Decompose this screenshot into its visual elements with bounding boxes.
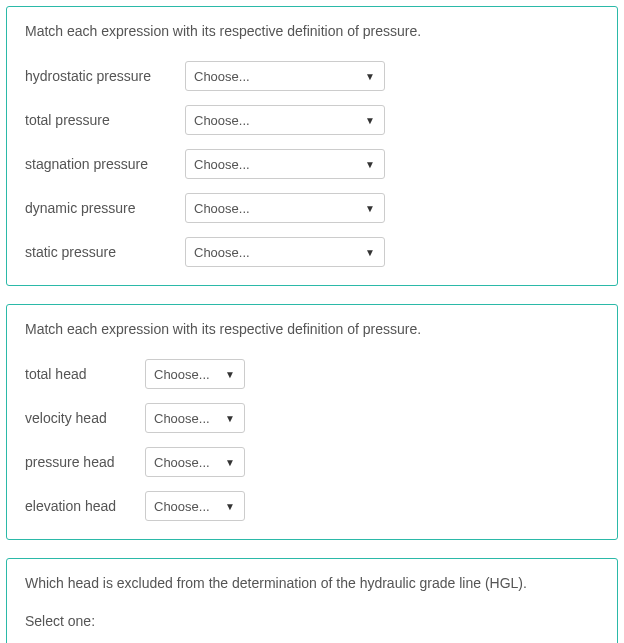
select-wrap: Choose... ▼ <box>185 105 385 135</box>
question-box-1: Match each expression with its respectiv… <box>6 6 618 286</box>
select-one-label: Select one: <box>25 613 599 629</box>
match-label: dynamic pressure <box>25 200 185 216</box>
match-label: elevation head <box>25 498 145 514</box>
select-wrap: Choose... ▼ <box>145 447 245 477</box>
match-select-dynamic-pressure[interactable]: Choose... <box>185 193 385 223</box>
select-wrap: Choose... ▼ <box>145 359 245 389</box>
match-label: velocity head <box>25 410 145 426</box>
match-row: total head Choose... ▼ <box>25 359 599 389</box>
question-box-2: Match each expression with its respectiv… <box>6 304 618 540</box>
option-row-a[interactable]: a. pressure <box>25 639 599 643</box>
match-label: static pressure <box>25 244 185 260</box>
match-row: total pressure Choose... ▼ <box>25 105 599 135</box>
match-select-elevation-head[interactable]: Choose... <box>145 491 245 521</box>
select-wrap: Choose... ▼ <box>185 237 385 267</box>
match-row: hydrostatic pressure Choose... ▼ <box>25 61 599 91</box>
match-label: pressure head <box>25 454 145 470</box>
match-select-static-pressure[interactable]: Choose... <box>185 237 385 267</box>
select-wrap: Choose... ▼ <box>185 61 385 91</box>
question-box-3: Which head is excluded from the determin… <box>6 558 618 643</box>
match-select-hydrostatic-pressure[interactable]: Choose... <box>185 61 385 91</box>
select-wrap: Choose... ▼ <box>145 403 245 433</box>
select-wrap: Choose... ▼ <box>145 491 245 521</box>
match-row: dynamic pressure Choose... ▼ <box>25 193 599 223</box>
match-select-stagnation-pressure[interactable]: Choose... <box>185 149 385 179</box>
match-label: total head <box>25 366 145 382</box>
match-select-pressure-head[interactable]: Choose... <box>145 447 245 477</box>
match-row: velocity head Choose... ▼ <box>25 403 599 433</box>
question-prompt: Which head is excluded from the determin… <box>25 575 599 591</box>
select-wrap: Choose... ▼ <box>185 149 385 179</box>
match-select-total-head[interactable]: Choose... <box>145 359 245 389</box>
question-prompt: Match each expression with its respectiv… <box>25 321 599 337</box>
match-row: static pressure Choose... ▼ <box>25 237 599 267</box>
match-row: stagnation pressure Choose... ▼ <box>25 149 599 179</box>
match-row: pressure head Choose... ▼ <box>25 447 599 477</box>
match-row: elevation head Choose... ▼ <box>25 491 599 521</box>
question-prompt: Match each expression with its respectiv… <box>25 23 599 39</box>
match-select-velocity-head[interactable]: Choose... <box>145 403 245 433</box>
match-label: hydrostatic pressure <box>25 68 185 84</box>
match-label: stagnation pressure <box>25 156 185 172</box>
match-select-total-pressure[interactable]: Choose... <box>185 105 385 135</box>
select-wrap: Choose... ▼ <box>185 193 385 223</box>
match-label: total pressure <box>25 112 185 128</box>
